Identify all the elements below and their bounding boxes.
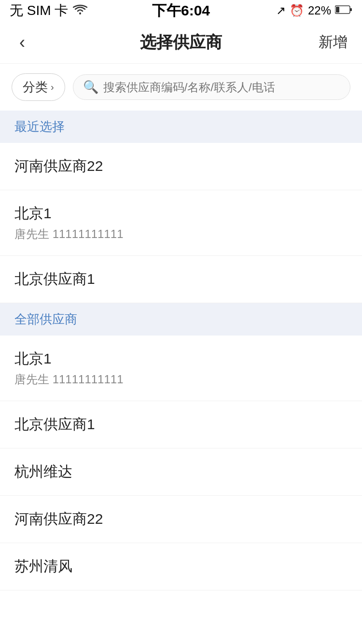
item-name: 河南供应商22 (14, 509, 348, 529)
item-name: 河南供应商22 (14, 156, 348, 176)
list-item[interactable]: 苏州清风 (0, 543, 362, 590)
status-bar: 无 SIM 卡 下午6:04 ↗ ⏰ 22% (0, 0, 362, 21)
all-section-header: 全部供应商 (0, 303, 362, 336)
item-name: 北京供应商1 (14, 269, 348, 289)
chevron-right-icon: › (51, 82, 54, 93)
search-icon: 🔍 (83, 80, 98, 95)
item-name: 杭州维达 (14, 462, 348, 482)
item-name: 北京1 (14, 204, 348, 224)
location-icon: ↗ (276, 4, 286, 17)
status-time: 下午6:04 (152, 1, 210, 21)
list-item[interactable]: 北京供应商1 (0, 256, 362, 303)
list-item[interactable]: 河南供应商22 (0, 496, 362, 543)
status-left: 无 SIM 卡 (10, 1, 87, 20)
list-item[interactable]: 河南供应商22 (0, 143, 362, 190)
add-button[interactable]: 新增 (319, 32, 348, 52)
category-label: 分类 (23, 79, 48, 96)
list-item[interactable]: 北京供应商1 (0, 401, 362, 448)
nav-bar: ‹ 选择供应商 新增 (0, 21, 362, 64)
back-button[interactable]: ‹ (14, 28, 30, 57)
list-item[interactable]: 北京1 唐先生 11111111111 (0, 336, 362, 401)
item-contact: 唐先生 11111111111 (14, 226, 348, 242)
no-sim-label: 无 SIM 卡 (10, 1, 68, 20)
item-name: 北京1 (14, 349, 348, 369)
search-input[interactable] (103, 81, 340, 94)
list-item[interactable]: 北京1 唐先生 11111111111 (0, 190, 362, 256)
svg-point-0 (79, 13, 81, 14)
search-box[interactable]: 🔍 (73, 74, 350, 100)
item-name: 北京供应商1 (14, 415, 348, 434)
battery-percent: 22% (308, 4, 331, 17)
list-item[interactable]: 杭州维达 (0, 448, 362, 496)
page-title: 选择供应商 (140, 31, 222, 54)
all-items-list: 北京1 唐先生 11111111111 北京供应商1 杭州维达 河南供应商22 … (0, 336, 362, 590)
recent-items-list: 河南供应商22 北京1 唐先生 11111111111 北京供应商1 (0, 143, 362, 303)
wifi-icon (73, 3, 87, 18)
svg-rect-2 (350, 8, 352, 11)
filter-row: 分类 › 🔍 (0, 64, 362, 111)
item-contact: 唐先生 11111111111 (14, 372, 348, 387)
recent-section-label: 最近选择 (14, 119, 65, 134)
alarm-icon: ⏰ (290, 4, 304, 17)
item-name: 苏州清风 (14, 557, 348, 576)
category-button[interactable]: 分类 › (12, 73, 65, 101)
status-right: ↗ ⏰ 22% (276, 4, 352, 17)
svg-rect-3 (336, 7, 339, 13)
all-section-label: 全部供应商 (14, 312, 77, 326)
recent-section-header: 最近选择 (0, 111, 362, 143)
battery-icon (335, 4, 352, 17)
